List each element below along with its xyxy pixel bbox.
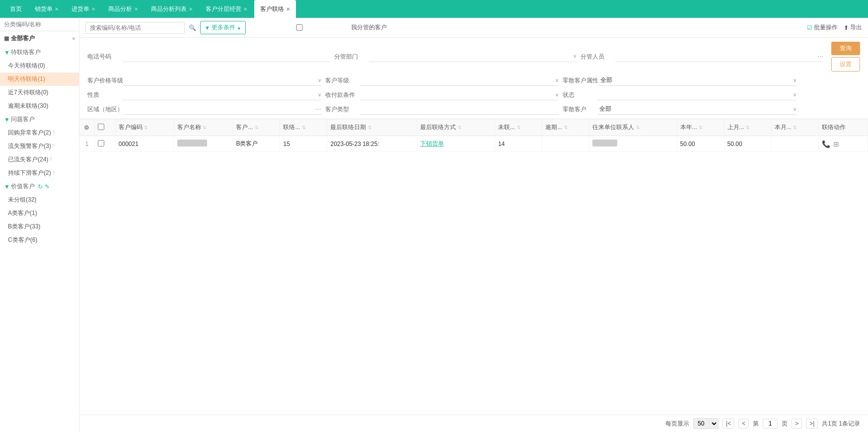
row-checkbox[interactable]: [98, 140, 104, 146]
col-last-contact-date[interactable]: 最后联络日期 ⇅: [327, 119, 417, 136]
col-unit-contact[interactable]: 往来单位联系人 ⇅: [589, 119, 677, 136]
nav-customer-contact[interactable]: 客户联络 ✕: [254, 0, 296, 18]
customer-level-dropdown-icon[interactable]: ∨: [555, 77, 559, 83]
action-qr-icon[interactable]: ⊞: [833, 140, 839, 148]
gender-dropdown-icon[interactable]: ∨: [318, 92, 321, 97]
query-button[interactable]: 查询: [831, 42, 860, 55]
cell-last-contact-method[interactable]: 下销货单: [417, 136, 495, 152]
sort-unit-icon[interactable]: ⇅: [636, 125, 640, 130]
nav-customer-tier[interactable]: 客户分层经营 ✕: [200, 0, 253, 18]
first-page-btn[interactable]: |<: [723, 419, 734, 429]
nav-product-analysis[interactable]: 商品分析 ✕: [102, 0, 144, 18]
nav-product-analysis-list[interactable]: 商品分析列表 ✕: [145, 0, 199, 18]
nav-product-analysis-list-close[interactable]: ✕: [189, 6, 193, 12]
person-dots-icon[interactable]: ···: [817, 52, 823, 60]
price-level-input[interactable]: [123, 75, 318, 84]
phone-input[interactable]: [122, 52, 330, 61]
reset-button[interactable]: 设置: [831, 57, 860, 72]
sort-date-icon[interactable]: ⇅: [368, 125, 372, 130]
value-edit-icon[interactable]: ✎: [45, 183, 50, 190]
sidebar-item-declining[interactable]: 持续下滑客户(2) ?: [0, 166, 79, 180]
dept-input[interactable]: [369, 52, 574, 61]
retail-attr-input[interactable]: [598, 75, 793, 84]
col-name[interactable]: 客户名称 ⇅: [174, 119, 233, 136]
last-page-btn[interactable]: >|: [806, 419, 818, 429]
col-last-month[interactable]: 上月... ⇅: [724, 119, 771, 136]
col-contact[interactable]: 联络... ⇅: [280, 119, 327, 136]
col-action[interactable]: 联络动作: [818, 119, 868, 136]
next-page-btn[interactable]: >: [792, 419, 802, 429]
sidebar-item-overdue[interactable]: 逾期未联络(30): [0, 99, 79, 113]
sidebar-item-unclassified[interactable]: 未分组(32): [0, 193, 79, 207]
sidebar-item-churn-warning[interactable]: 流失预警客户(3) ?: [0, 140, 79, 153]
sidebar-item-abnormal[interactable]: 回购异常客户(2) ?: [0, 126, 79, 140]
sidebar-item-class-a[interactable]: A类客户(1): [0, 207, 79, 220]
area-dots-icon[interactable]: ···: [315, 105, 321, 113]
person-input[interactable]: [615, 52, 817, 61]
col-uncontacted[interactable]: 未联... ⇅: [495, 119, 542, 136]
sort-last-month-icon[interactable]: ⇅: [746, 125, 750, 130]
sort-name-icon[interactable]: ⇅: [203, 125, 207, 130]
value-refresh-icon[interactable]: ↻: [38, 183, 43, 190]
action-phone-icon[interactable]: 📞: [822, 140, 830, 148]
col-this-month[interactable]: 本月... ⇅: [771, 119, 818, 136]
sort-method-icon[interactable]: ⇅: [458, 125, 462, 130]
page-input[interactable]: [763, 419, 778, 429]
nav-customer-contact-close[interactable]: ✕: [286, 6, 290, 12]
customer-level-input[interactable]: [360, 75, 556, 84]
select-all-checkbox[interactable]: [98, 124, 104, 130]
nav-home[interactable]: 首页: [4, 0, 28, 18]
sidebar-item-churned[interactable]: 已流失客户(24) ?: [0, 153, 79, 166]
nav-purchase-close[interactable]: ✕: [91, 6, 95, 12]
cell-checkbox[interactable]: [94, 136, 115, 152]
price-level-dropdown-icon[interactable]: ∨: [318, 77, 321, 83]
status-dropdown-icon[interactable]: ∨: [793, 92, 796, 97]
area-input[interactable]: [123, 104, 315, 113]
sort-uncontacted-icon[interactable]: ⇅: [517, 125, 521, 130]
my-customers-checkbox[interactable]: [250, 24, 349, 31]
col-type[interactable]: 客户... ⇅: [233, 119, 280, 136]
sidebar-collapse-icon[interactable]: «: [72, 36, 75, 41]
sort-code-icon[interactable]: ⇅: [144, 125, 148, 130]
sort-this-month-icon[interactable]: ⇅: [793, 125, 797, 130]
col-code[interactable]: 客户编码 ⇅: [115, 119, 174, 136]
status-input[interactable]: [597, 90, 793, 99]
retail-attr-dropdown-icon[interactable]: ∨: [793, 77, 796, 83]
gender-input[interactable]: [122, 90, 318, 99]
retail-customer-input[interactable]: [597, 104, 793, 113]
nav-product-analysis-close[interactable]: ✕: [134, 6, 138, 12]
sort-contact-icon[interactable]: ⇅: [302, 125, 306, 130]
sort-type-icon[interactable]: ⇅: [255, 125, 259, 130]
nav-sales-close[interactable]: ✕: [55, 6, 59, 12]
col-this-year[interactable]: 本年... ⇅: [677, 119, 724, 136]
batch-operation-btn[interactable]: ☑ 批量操作: [807, 23, 838, 32]
more-conditions-btn[interactable]: ▼ 更多条件 ▲: [200, 21, 246, 34]
contact-method-link[interactable]: 下销货单: [420, 140, 444, 147]
payment-input[interactable]: [360, 90, 556, 99]
nav-sales[interactable]: 销货单 ✕: [29, 0, 65, 18]
nav-customer-tier-close[interactable]: ✕: [243, 6, 247, 12]
prev-page-btn[interactable]: <: [738, 419, 749, 429]
sidebar-all-customers[interactable]: ▦ 全部客户 «: [0, 31, 79, 46]
retail-customer-dropdown-icon[interactable]: ∨: [793, 106, 796, 112]
sidebar-item-class-b[interactable]: B类客户(33): [0, 220, 79, 233]
customer-type-input[interactable]: [360, 104, 559, 113]
sidebar-item-7days[interactable]: 近7天待联络(0): [0, 86, 79, 99]
sidebar-search-input[interactable]: [4, 21, 78, 28]
sidebar-item-tomorrow[interactable]: 明天待联络(1): [0, 72, 79, 86]
search-input[interactable]: [85, 22, 185, 34]
page-size-select[interactable]: 50 100 200: [693, 418, 719, 429]
sidebar-item-class-c[interactable]: C类客户(6): [0, 233, 79, 247]
sort-overdue-icon[interactable]: ⇅: [564, 125, 568, 130]
col-settings[interactable]: ⚙: [79, 119, 94, 136]
payment-dropdown-icon[interactable]: ∨: [555, 92, 559, 97]
nav-purchase[interactable]: 进货单 ✕: [66, 0, 101, 18]
search-icon[interactable]: 🔍: [189, 24, 196, 31]
col-checkbox[interactable]: [94, 119, 115, 136]
sidebar-item-today[interactable]: 今天待联络(0): [0, 59, 79, 72]
col-overdue[interactable]: 逾期... ⇅: [542, 119, 589, 136]
sort-year-icon[interactable]: ⇅: [699, 125, 703, 130]
dept-dropdown-icon[interactable]: ∨: [573, 53, 577, 59]
export-btn[interactable]: ⬆ 导出: [844, 23, 862, 32]
col-last-contact-method[interactable]: 最后联络方式 ⇅: [417, 119, 495, 136]
